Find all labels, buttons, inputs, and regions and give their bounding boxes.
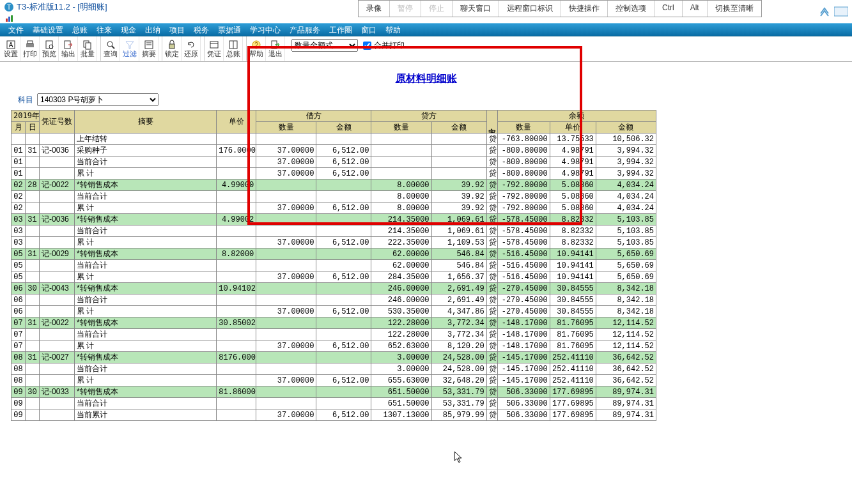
collapse-icon[interactable]	[819, 6, 830, 17]
menu-project[interactable]: 项目	[165, 24, 189, 36]
table-row[interactable]: 0228记-0022*转销售成本4.990008.0000039.92贷-792…	[12, 179, 656, 191]
menu-cash[interactable]: 现金	[116, 24, 141, 36]
table-row[interactable]: 0930记-0033*转销售成本81.86000651.5000053,331.…	[12, 386, 656, 398]
settings-button[interactable]: A设置	[1, 36, 20, 61]
page-title-area: 原材料明细账	[0, 62, 852, 91]
print-button[interactable]: 打印	[20, 36, 40, 61]
exit-button[interactable]: 退出	[266, 36, 285, 61]
svg-rect-3	[8, 17, 10, 22]
table-row[interactable]: 09当前累计37.000006,512.001307.1300085,979.9…	[12, 409, 656, 421]
svg-rect-20	[169, 44, 174, 49]
menu-voucher-pass[interactable]: 票据通	[213, 24, 245, 36]
table-row[interactable]: 08累 计37.000006,512.00655.6300032,648.20贷…	[12, 375, 656, 386]
mouse-cursor	[454, 451, 464, 466]
menu-file[interactable]: 文件	[4, 24, 28, 36]
lock-button[interactable]: 锁定	[162, 36, 182, 61]
svg-rect-8	[26, 43, 34, 47]
merge-print-checkbox[interactable]: 合并打印	[363, 40, 405, 51]
svg-rect-9	[27, 41, 33, 43]
table-row[interactable]: 01当前合计37.000006,512.00贷-800.800004.98791…	[12, 157, 656, 168]
query-button[interactable]: 查询	[101, 36, 120, 61]
grid-wrap: 2019年 凭证号数 摘要 单价 借方 贷方 方向 余额 月 日 数量 金额 数…	[11, 110, 656, 421]
ledger-grid[interactable]: 2019年 凭证号数 摘要 单价 借方 贷方 方向 余额 月 日 数量 金额 数…	[11, 110, 656, 421]
table-row[interactable]: 02累 计37.000006,512.008.0000039.92贷-792.8…	[12, 202, 656, 214]
svg-text:A: A	[8, 42, 13, 49]
menu-window[interactable]: 窗口	[357, 24, 381, 36]
svg-text:T: T	[7, 4, 11, 11]
toolbar: A设置 打印 预览 输出 批量 查询 过滤 摘要 锁定 还原 凭证 总账 ?帮助…	[0, 36, 852, 62]
svg-rect-4	[11, 15, 13, 22]
chat-button[interactable]: 聊天窗口	[453, 1, 499, 17]
subject-row: 科目 140303 P号胡萝卜	[0, 91, 852, 110]
menu-product-service[interactable]: 产品服务	[285, 24, 325, 36]
table-row[interactable]: 0131记-0036采购种子176.0000037.000006,512.00贷…	[12, 145, 656, 157]
remote-toolbar: 录像 暂停 停止 聊天窗口 远程窗口标识 快捷操作 控制选项 Ctrl Alt …	[358, 0, 762, 17]
table-row[interactable]: 06当前合计246.000002,691.49贷-270.4500030.845…	[12, 294, 656, 306]
filter-button[interactable]: 过滤	[120, 36, 139, 61]
menu-ledger[interactable]: 总账	[68, 24, 92, 36]
restore-button[interactable]: 还原	[182, 36, 201, 61]
control-options-button[interactable]: 控制选项	[608, 1, 654, 17]
pause-button[interactable]: 暂停	[390, 1, 421, 17]
menu-basic[interactable]: 基础设置	[28, 24, 68, 36]
table-row[interactable]: 0630记-0043*转销售成本10.94102246.000002,691.4…	[12, 283, 656, 294]
ctrl-button[interactable]: Ctrl	[654, 1, 683, 17]
table-row[interactable]: 05当前合计62.00000546.84贷-516.4500010.941415…	[12, 260, 656, 271]
table-row[interactable]: 09当前合计651.5000053,331.79贷506.33000177.69…	[12, 398, 656, 409]
table-row[interactable]: 03累 计37.000006,512.00222.350001,109.53贷-…	[12, 237, 656, 248]
switch-hd-button[interactable]: 切换至清晰	[708, 1, 761, 17]
menu-tax[interactable]: 税务	[189, 24, 213, 36]
shortcut-button[interactable]: 快捷操作	[561, 1, 608, 17]
stop-button[interactable]: 停止	[421, 1, 453, 17]
table-row[interactable]: 0731记-0022*转销售成本30.85002122.280003,772.3…	[12, 317, 656, 329]
svg-text:?: ?	[254, 42, 258, 49]
table-row[interactable]: 08当前合计3.0000024,528.00贷-145.17000252.411…	[12, 363, 656, 375]
menu-work-circle[interactable]: 工作圈	[325, 24, 357, 36]
menubar: 文件 基础设置 总账 往来 现金 出纳 项目 税务 票据通 学习中心 产品服务 …	[0, 24, 852, 36]
subject-dropdown[interactable]: 140303 P号胡萝卜	[37, 93, 159, 106]
table-row[interactable]: 0531记-0029*转销售成本8.8200062.00000546.84贷-5…	[12, 248, 656, 260]
window-title: T3-标准版11.2 - [明细账]	[17, 1, 107, 13]
page-title-link[interactable]: 原材料明细账	[396, 73, 457, 84]
th-credit: 贷方	[371, 111, 486, 122]
format-dropdown[interactable]: 数量金额式	[291, 39, 358, 52]
table-row[interactable]: 07当前合计122.280003,772.34贷-148.1700081.760…	[12, 329, 656, 340]
th-day: 日	[26, 122, 40, 134]
merge-print-input[interactable]	[363, 42, 371, 50]
batch-button[interactable]: 批量	[78, 36, 97, 61]
th-bal-price: 单价	[550, 122, 596, 134]
th-summary: 摘要	[75, 111, 217, 134]
help-button[interactable]: ?帮助	[247, 36, 266, 61]
th-voucher: 凭证号数	[40, 111, 75, 134]
th-debit-amt: 金额	[316, 122, 371, 134]
remote-flag-button[interactable]: 远程窗口标识	[499, 1, 561, 17]
table-row[interactable]: 02当前合计8.0000039.92贷-792.800005.088604,03…	[12, 191, 656, 202]
menu-help[interactable]: 帮助	[381, 24, 405, 36]
table-row[interactable]: 0331记-0036*转销售成本4.99002214.350001,069.61…	[12, 214, 656, 225]
th-price: 单价	[217, 111, 256, 134]
alt-button[interactable]: Alt	[683, 1, 708, 17]
voucher-button[interactable]: 凭证	[205, 36, 224, 61]
svg-line-16	[112, 46, 114, 49]
table-row[interactable]: 05累 计37.000006,512.00284.350001,656.37贷-…	[12, 271, 656, 283]
summary-button[interactable]: 摘要	[139, 36, 159, 61]
output-button[interactable]: 输出	[59, 36, 78, 61]
svg-point-15	[107, 42, 112, 47]
menu-learn[interactable]: 学习中心	[245, 24, 285, 36]
th-year: 2019年	[12, 111, 40, 122]
table-row[interactable]: 0831记-0027*转销售成本8176.000003.0000024,528.…	[12, 352, 656, 363]
table-row[interactable]: 上年结转贷-763.8000013.7553310,506.32	[12, 134, 656, 145]
table-row[interactable]: 07累 计37.000006,512.00652.630008,120.20贷-…	[12, 340, 656, 352]
menu-checkout[interactable]: 出纳	[141, 24, 165, 36]
general-ledger-button[interactable]: 总账	[224, 36, 243, 61]
table-row[interactable]: 06累 计37.000006,512.00530.350004,347.86贷-…	[12, 306, 656, 317]
table-row[interactable]: 03当前合计214.350001,069.61贷-578.450008.8233…	[12, 225, 656, 237]
table-row[interactable]: 01累 计37.000006,512.00贷-800.800004.987913…	[12, 168, 656, 179]
floating-right	[763, 1, 852, 22]
preview-button[interactable]: 预览	[40, 36, 59, 61]
record-button[interactable]: 录像	[359, 1, 390, 17]
chart-icon	[5, 15, 14, 22]
th-bal-amt: 金额	[596, 122, 656, 134]
menu-receivable[interactable]: 往来	[92, 24, 116, 36]
th-credit-amt: 金额	[431, 122, 486, 134]
